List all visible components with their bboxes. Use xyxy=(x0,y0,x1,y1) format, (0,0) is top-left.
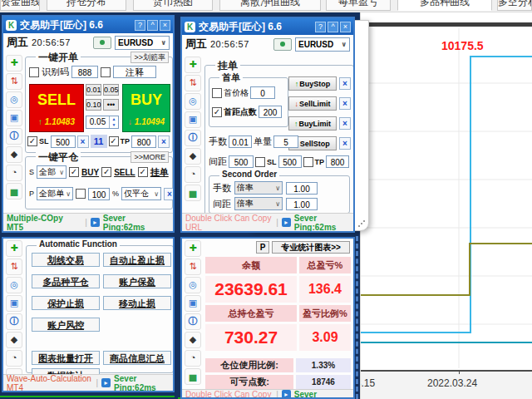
clock-icon[interactable]: ◔ xyxy=(185,166,201,183)
close-more-button[interactable]: >>MORE xyxy=(131,151,169,163)
close-buy-checkbox[interactable]: ✓ xyxy=(69,167,79,177)
tp-input[interactable]: 800 xyxy=(131,135,156,148)
multi-symbol-close-button[interactable]: 多品种平仓 xyxy=(32,274,100,288)
buylimit-button[interactable]: ↑BuyLimit xyxy=(288,116,337,131)
updown-arrows-icon[interactable]: ⇅ xyxy=(6,73,22,90)
close-execute-button[interactable]: × xyxy=(164,188,175,200)
first-distance-input[interactable]: 200 xyxy=(259,106,282,118)
buystop-button[interactable]: ↑BuyStop xyxy=(288,76,337,91)
account-protect-profit-button[interactable]: 账户保盈 xyxy=(103,274,171,288)
tp-checkbox[interactable]: ✓ xyxy=(109,136,119,146)
titlebar[interactable]: K 交易助手[匠心] 6.6 ? ^ × xyxy=(3,17,173,33)
clock-icon[interactable]: ◔ xyxy=(6,165,22,181)
symbol-select[interactable]: EURUSD ∨ xyxy=(115,36,170,50)
updown-arrows-icon[interactable]: ⇅ xyxy=(6,259,22,275)
tp-input[interactable]: 800 xyxy=(326,155,349,168)
diamond-icon[interactable]: ◆ xyxy=(6,146,22,163)
lot-preset-button[interactable]: 0.05 xyxy=(103,84,119,96)
sell-button[interactable]: SELL ↑ 1.10483 xyxy=(29,84,84,132)
tab-multi-symbol-curve[interactable]: 多品种曲线 xyxy=(397,0,492,11)
resize-grip[interactable] xyxy=(358,220,365,227)
clock-icon[interactable]: ◔ xyxy=(185,350,201,367)
gap-input[interactable]: 500 xyxy=(229,155,254,168)
id-input[interactable]: 888 xyxy=(71,66,98,78)
symbol-scope-select[interactable]: 全部∨ xyxy=(37,165,66,179)
pane-splitter[interactable] xyxy=(356,236,358,399)
account-risk-button[interactable]: 账户风控 xyxy=(32,318,100,332)
buy-button[interactable]: BUY ↓ 1.10494 xyxy=(122,84,170,132)
minimize-button[interactable]: ^ xyxy=(328,22,338,32)
close-pending-checkbox[interactable]: ✓ xyxy=(138,167,148,177)
order-scope-select[interactable]: 全部单∨ xyxy=(37,187,73,200)
sl-checkbox[interactable]: ✓ xyxy=(27,136,37,146)
help-button[interactable]: ? xyxy=(315,22,326,32)
diamond-icon[interactable]: ◆ xyxy=(6,332,22,348)
diamond-icon[interactable]: ◆ xyxy=(185,332,201,348)
tab-position-dist[interactable]: 持仓分布 xyxy=(47,0,126,11)
search-icon[interactable]: ◎ xyxy=(6,91,22,108)
info-icon[interactable]: ⓘ xyxy=(185,130,201,146)
sl-checkbox[interactable] xyxy=(255,157,265,167)
close-button[interactable]: × xyxy=(340,22,351,32)
lot-preset-button[interactable]: 0.10 xyxy=(86,99,101,111)
odds-more-button[interactable]: >>划赔率 xyxy=(131,52,169,63)
diamond-icon[interactable]: ◆ xyxy=(185,148,201,165)
titlebar[interactable]: K 交易助手[匠心] 6.6 ? ^ × xyxy=(182,18,353,35)
first-price-input[interactable]: 0 xyxy=(250,86,275,99)
first-distance-checkbox[interactable]: ✓ xyxy=(212,107,222,117)
help-button[interactable]: ? xyxy=(135,20,145,31)
window-icon[interactable]: ▣ xyxy=(185,295,201,312)
pro-stats-button[interactable]: 专业统计图表>> xyxy=(272,241,350,254)
sellstop-clear-button[interactable]: × xyxy=(339,137,351,150)
second-gap-input[interactable]: 1.00 xyxy=(286,198,318,210)
second-lots-mode-select[interactable]: 倍率∨ xyxy=(234,181,283,195)
info-icon[interactable]: ⓘ xyxy=(6,313,22,330)
tp-checkbox[interactable] xyxy=(303,157,313,167)
second-lots-input[interactable]: 1.00 xyxy=(286,182,318,195)
window-icon[interactable]: ▣ xyxy=(6,295,22,312)
chart-bars-icon[interactable]: ▅ xyxy=(185,368,201,385)
tab-equity-curve[interactable]: 资金曲线 xyxy=(0,0,40,11)
new-order-icon[interactable]: ✚ xyxy=(185,240,201,257)
symbol-select[interactable]: EURUSD ∨ xyxy=(295,37,350,52)
window-icon[interactable]: ▣ xyxy=(6,110,22,126)
tab-discrete-networth[interactable]: 离散净值曲线 xyxy=(219,0,321,11)
screenshot-icon[interactable] xyxy=(93,37,111,49)
window-icon[interactable]: ▣ xyxy=(185,111,201,128)
updown-arrows-icon[interactable]: ⇅ xyxy=(185,259,201,275)
symbol-info-summary-button[interactable]: 商品信息汇总 xyxy=(103,351,171,365)
comment-input[interactable]: 注释 xyxy=(113,66,156,78)
percent-input[interactable]: 100 xyxy=(88,188,110,200)
new-order-icon[interactable]: ✚ xyxy=(185,57,201,73)
chart-bars-icon[interactable]: ▅ xyxy=(6,183,22,200)
tab-per-order-pl[interactable]: 每单盈亏 xyxy=(326,0,391,11)
updown-arrows-icon[interactable]: ⇅ xyxy=(185,75,201,91)
selllimit-clear-button[interactable]: × xyxy=(339,97,351,110)
search-icon[interactable]: ◎ xyxy=(185,93,201,110)
comment-checkbox[interactable] xyxy=(101,67,111,77)
lots-input[interactable]: 0.01 xyxy=(229,135,252,148)
lot-size-stepper[interactable]: 0.05 ▲▼ xyxy=(86,116,119,129)
second-gap-mode-select[interactable]: 倍率∨ xyxy=(234,197,283,210)
close-mode-select[interactable]: 仅平仓∨ xyxy=(121,187,161,200)
clock-icon[interactable]: ◔ xyxy=(6,350,22,367)
tab-currency-heatmap[interactable]: 货币热图 xyxy=(133,0,213,11)
info-icon[interactable]: ⓘ xyxy=(185,313,201,330)
id-checkbox[interactable] xyxy=(29,67,39,77)
stepper-arrows[interactable]: ▲▼ xyxy=(109,116,118,128)
sl-clear-button[interactable]: × xyxy=(77,135,89,148)
lot-more-button[interactable]: ••• xyxy=(103,99,119,111)
p-toggle-button[interactable]: P xyxy=(256,241,269,254)
search-icon[interactable]: ◎ xyxy=(6,277,22,293)
search-icon[interactable]: ◎ xyxy=(185,277,201,293)
buystop-clear-button[interactable]: × xyxy=(339,77,351,90)
close-sell-checkbox[interactable]: ✓ xyxy=(101,167,111,177)
first-price-checkbox[interactable] xyxy=(212,88,222,98)
count-input[interactable]: 5 xyxy=(273,135,298,148)
lot-preset-button[interactable]: 0.01 xyxy=(86,84,101,96)
protect-stop-button[interactable]: 保护止损 xyxy=(32,296,100,310)
new-order-icon[interactable]: ✚ xyxy=(6,240,22,257)
new-order-icon[interactable]: ✚ xyxy=(6,55,22,71)
percent-checkbox[interactable] xyxy=(76,189,86,199)
line-trade-button[interactable]: 划线交易 xyxy=(32,253,100,267)
